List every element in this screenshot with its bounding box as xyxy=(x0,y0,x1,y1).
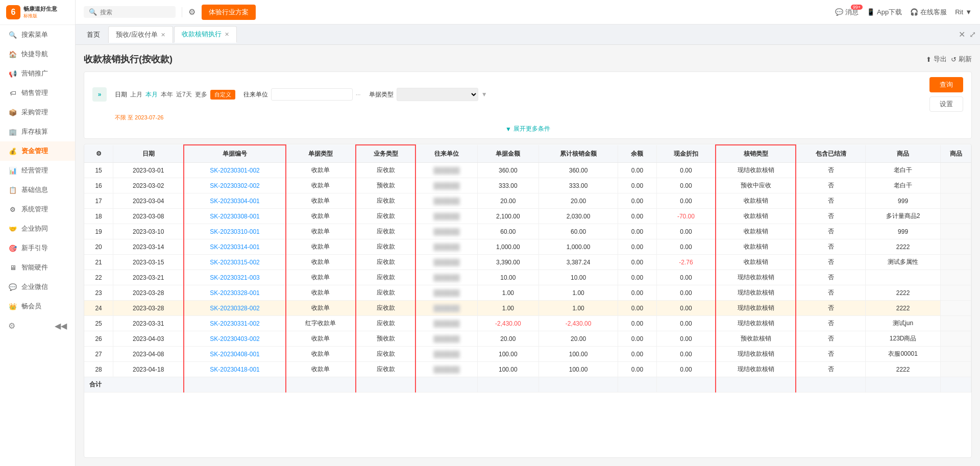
cell-counterpart: ██████ xyxy=(415,178,477,193)
export-button[interactable]: ⬆ 导出 xyxy=(926,55,947,64)
table-row[interactable]: 18 2023-03-08 SK-20230308-001 收款单 应收款 ██… xyxy=(84,209,971,224)
bill-no-link[interactable]: SK-20230418-001 xyxy=(210,366,259,373)
table-row[interactable]: 21 2023-03-15 SK-20230315-002 收款单 应收款 ██… xyxy=(84,255,971,270)
bill-no-link[interactable]: SK-20230304-001 xyxy=(210,198,259,205)
table-row[interactable]: 19 2023-03-10 SK-20230310-001 收款单 应收款 ██… xyxy=(84,224,971,239)
solution-button[interactable]: 体验行业方案 xyxy=(202,5,256,20)
counterpart-input[interactable] xyxy=(271,88,353,101)
message-badge: 99+ xyxy=(851,5,863,10)
cell-biz-type: 应收款 xyxy=(356,209,415,224)
last-7-days-link[interactable]: 近7天 xyxy=(176,90,192,99)
cell-product2 xyxy=(941,285,971,301)
table-row[interactable]: 16 2023-03-02 SK-20230302-002 收款单 预收款 ██… xyxy=(84,178,971,193)
cell-cancel-type: 现结收款核销 xyxy=(716,316,796,331)
bill-no-link[interactable]: SK-20230301-002 xyxy=(210,167,259,174)
bill-type-select[interactable] xyxy=(397,88,478,101)
bill-no-link[interactable]: SK-20230328-001 xyxy=(210,289,259,297)
topbar-gear-icon[interactable]: ⚙ xyxy=(188,7,195,17)
bill-no-link[interactable]: SK-20230302-002 xyxy=(210,182,259,189)
this-year-link[interactable]: 本年 xyxy=(161,90,173,99)
total-amount xyxy=(477,377,538,393)
sidebar-item-hardware[interactable]: 🖥智能硬件 xyxy=(0,258,75,277)
bill-no-link[interactable]: SK-20230308-001 xyxy=(210,213,259,220)
user-item[interactable]: Rit ▼ xyxy=(955,8,972,16)
sidebar-item-sales[interactable]: 🏷销售管理 xyxy=(0,83,75,103)
settings-button[interactable]: 设置 xyxy=(929,96,963,112)
expand-icon[interactable]: ⤢ xyxy=(969,30,976,39)
expand-conditions-button[interactable]: ▼ 展开更多条件 xyxy=(92,125,963,133)
cell-balance: 0.00 xyxy=(618,331,656,347)
message-item[interactable]: 💬 消息 99+ xyxy=(835,8,859,17)
cell-amount: 20.00 xyxy=(477,331,538,347)
close-all-icon[interactable]: ✕ xyxy=(959,30,965,39)
sidebar-item-tutorial[interactable]: 🎯新手引导 xyxy=(0,238,75,258)
sidebar-item-quick-nav[interactable]: 🏠快捷导航 xyxy=(0,44,75,64)
tab-close-icon[interactable]: ✕ xyxy=(225,31,229,38)
table-row[interactable]: 23 2023-03-28 SK-20230328-001 收款单 应收款 ██… xyxy=(84,285,971,301)
sidebar-item-enterprise[interactable]: 🤝企业协同 xyxy=(0,219,75,238)
collapse-icon[interactable]: ◀◀ xyxy=(55,321,67,331)
quick-nav-icon: 🏠 xyxy=(8,50,17,59)
bill-no-link[interactable]: SK-20230315-002 xyxy=(210,259,259,266)
last-month-link[interactable]: 上月 xyxy=(130,90,142,99)
table-row[interactable]: 20 2023-03-14 SK-20230314-001 收款单 应收款 ██… xyxy=(84,239,971,255)
bill-no-link[interactable]: SK-20230321-003 xyxy=(210,274,259,281)
sidebar-item-finance[interactable]: 💰资金管理 xyxy=(0,141,75,161)
sidebar-item-wechat[interactable]: 💬企业微信 xyxy=(0,277,75,297)
tab-collection[interactable]: 收款核销执行✕ xyxy=(174,26,237,43)
counterpart-value: ██████ xyxy=(433,320,459,327)
table-row[interactable]: 22 2023-03-21 SK-20230321-003 收款单 应收款 ██… xyxy=(84,270,971,285)
bill-no-link[interactable]: SK-20230314-001 xyxy=(210,243,259,251)
sidebar-item-system[interactable]: ⚙系统管理 xyxy=(0,200,75,219)
table-row[interactable]: 24 2023-03-28 SK-20230328-002 收款单 应收款 ██… xyxy=(84,301,971,316)
tab-home[interactable]: 首页 xyxy=(80,26,107,43)
tab-close-icon[interactable]: ✕ xyxy=(161,32,165,38)
cell-amount: 1.00 xyxy=(477,301,538,316)
table-row[interactable]: 17 2023-03-04 SK-20230304-001 收款单 应收款 ██… xyxy=(84,193,971,209)
bill-no-link[interactable]: SK-20230310-001 xyxy=(210,228,259,235)
bill-no-link[interactable]: SK-20230408-001 xyxy=(210,351,259,358)
sidebar-item-operations[interactable]: 📊经营管理 xyxy=(0,161,75,180)
sidebar-item-marketing[interactable]: 📢营销推广 xyxy=(0,64,75,83)
more-date-link[interactable]: 更多 xyxy=(195,90,207,99)
cell-include-cleared: 否 xyxy=(796,347,865,362)
cell-product: 2222 xyxy=(866,362,941,377)
table-row[interactable]: 15 2023-03-01 SK-20230301-002 收款单 应收款 ██… xyxy=(84,163,971,178)
sidebar-item-inventory[interactable]: 🏢库存核算 xyxy=(0,122,75,141)
cell-cash-discount: 0.00 xyxy=(656,224,716,239)
settings-icon[interactable]: ⚙ xyxy=(8,321,15,331)
bill-no-link[interactable]: SK-20230403-002 xyxy=(210,335,259,342)
app-download-item[interactable]: 📱 App下载 xyxy=(867,8,902,17)
table-row[interactable]: 28 2023-04-18 SK-20230418-001 收款单 应收款 ██… xyxy=(84,362,971,377)
service-item[interactable]: 🎧 在线客服 xyxy=(910,8,947,17)
table-row[interactable]: 25 2023-03-31 SK-20230331-002 红字收款单 应收款 … xyxy=(84,316,971,331)
search-input[interactable] xyxy=(100,9,161,16)
bill-no-link[interactable]: SK-20230331-002 xyxy=(210,320,259,327)
tab-prepay[interactable]: 预收/应收付单✕ xyxy=(108,26,173,43)
cell-balance: 0.00 xyxy=(618,270,656,285)
page-title: 收款核销执行(按收款) xyxy=(84,53,173,65)
col-settings-header[interactable]: ⚙ xyxy=(84,145,113,163)
sidebar: 6 畅康道好生意 标推版 🔍搜索菜单🏠快捷导航📢营销推广🏷销售管理📦采购管理🏢库… xyxy=(0,0,76,466)
filter-collapse-button[interactable]: » xyxy=(92,87,107,102)
sidebar-item-search-menu[interactable]: 🔍搜索菜单 xyxy=(0,25,75,44)
cell-cash-discount: 0.00 xyxy=(656,193,716,209)
table-row[interactable]: 27 2023-04-08 SK-20230408-001 收款单 应收款 ██… xyxy=(84,347,971,362)
table-row[interactable]: 26 2023-04-03 SK-20230403-002 收款单 预收款 ██… xyxy=(84,331,971,347)
cell-no: 24 xyxy=(84,301,113,316)
total-bill-no xyxy=(184,377,286,393)
cell-no: 16 xyxy=(84,178,113,193)
query-button[interactable]: 查询 xyxy=(929,77,963,92)
cell-no: 23 xyxy=(84,285,113,301)
sidebar-item-member[interactable]: 👑畅会员 xyxy=(0,297,75,316)
custom-date-button[interactable]: 自定义 xyxy=(210,90,235,100)
sidebar-item-purchase[interactable]: 📦采购管理 xyxy=(0,103,75,122)
cell-cancel-type: 预收款核销 xyxy=(716,331,796,347)
app-icon: 📱 xyxy=(867,8,875,16)
cell-amount: -2,430.00 xyxy=(477,316,538,331)
cell-cash-discount: -70.00 xyxy=(656,209,716,224)
this-month-link[interactable]: 本月 xyxy=(145,90,158,99)
bill-no-link[interactable]: SK-20230328-002 xyxy=(210,305,259,312)
refresh-button[interactable]: ↺ 刷新 xyxy=(951,55,972,64)
sidebar-item-basic-info[interactable]: 📋基础信息 xyxy=(0,180,75,200)
